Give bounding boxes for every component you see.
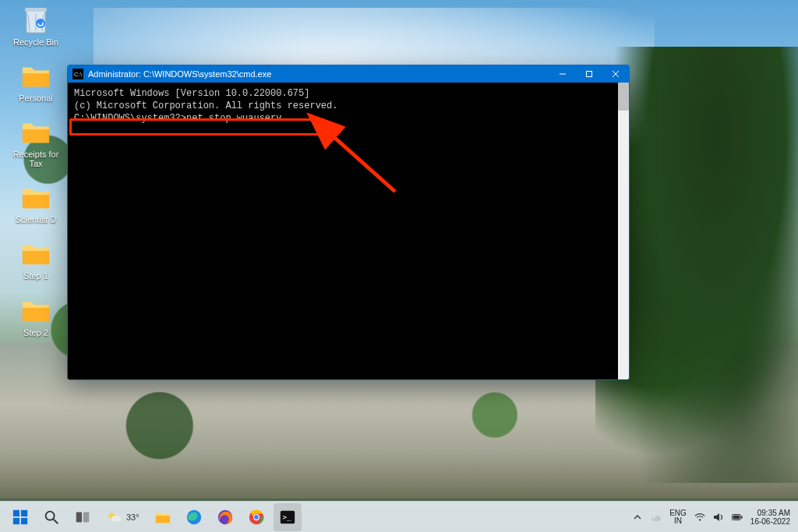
- desktop-icon-step2[interactable]: Step 2: [9, 295, 62, 337]
- svg-rect-23: [155, 516, 169, 523]
- cmd-scrollbar[interactable]: [618, 83, 629, 379]
- system-tray: ENG IN 09:35 AM 16-06-2022: [632, 509, 798, 526]
- folder-icon: [20, 295, 51, 326]
- language-top: ENG: [669, 509, 687, 517]
- desktop-icon-label: Step 2: [23, 328, 48, 337]
- wifi-icon[interactable]: [694, 512, 705, 523]
- cmd-scroll-thumb[interactable]: [618, 83, 629, 111]
- chrome-button[interactable]: [242, 503, 270, 531]
- cmd-body[interactable]: Microsoft Windows [Version 10.0.22000.67…: [68, 83, 629, 379]
- cmd-prompt-line: C:\WINDOWS\system32>net stop wuauserv: [74, 112, 623, 125]
- cmd-title: Administrator: C:\WINDOWS\system32\cmd.e…: [88, 69, 549, 79]
- svg-rect-36: [733, 515, 740, 519]
- svg-rect-3: [23, 73, 49, 86]
- firefox-button[interactable]: [211, 503, 239, 531]
- search-button[interactable]: [37, 503, 65, 531]
- clock-time: 09:35 AM: [750, 509, 790, 517]
- svg-rect-1: [25, 8, 47, 12]
- folder-icon: [20, 182, 51, 213]
- svg-rect-16: [21, 517, 27, 523]
- desktop-icon-step1[interactable]: Step 1: [9, 238, 62, 280]
- weather-temp: 33°: [126, 513, 139, 522]
- svg-rect-14: [21, 509, 27, 516]
- svg-rect-35: [741, 516, 743, 518]
- battery-icon[interactable]: [732, 512, 743, 523]
- desktop-icon-label: Step 1: [23, 271, 48, 280]
- svg-rect-6: [23, 252, 49, 265]
- desktop-icons: Recycle BinPersonalReceipts for TaxScien…: [9, 5, 62, 337]
- maximize-button[interactable]: [576, 65, 602, 83]
- desktop-icon-label: Scientist D: [16, 215, 57, 224]
- svg-rect-9: [587, 72, 592, 77]
- recycle-bin-icon: [20, 5, 51, 36]
- svg-point-28: [254, 515, 259, 520]
- svg-text:>_: >_: [282, 512, 291, 520]
- svg-line-18: [54, 519, 58, 523]
- wallpaper-sun: [666, 90, 767, 191]
- language-bottom: IN: [669, 517, 687, 525]
- weather-widget[interactable]: 33°: [100, 503, 146, 531]
- taskbar-items: 33° >_: [0, 503, 302, 531]
- folder-icon: [20, 238, 51, 270]
- svg-rect-20: [83, 512, 89, 522]
- folder-icon: [20, 61, 51, 92]
- svg-point-22: [111, 516, 121, 521]
- svg-rect-15: [13, 517, 19, 523]
- svg-point-17: [46, 511, 55, 520]
- desktop-icon-receipts[interactable]: Receipts for Tax: [9, 117, 62, 168]
- tray-chevron-icon[interactable]: [632, 512, 643, 523]
- cmd-output-line: (c) Microsoft Corporation. All rights re…: [74, 100, 623, 112]
- desktop-icon-label: Recycle Bin: [13, 37, 58, 47]
- svg-point-33: [699, 519, 701, 520]
- minimize-button[interactable]: [549, 65, 576, 83]
- terminal-button[interactable]: >_: [274, 503, 302, 531]
- desktop-icon-personal[interactable]: Personal: [9, 61, 62, 103]
- desktop-icon-label: Personal: [19, 93, 52, 103]
- volume-icon[interactable]: [713, 512, 724, 523]
- svg-point-2: [36, 19, 45, 28]
- close-button[interactable]: [602, 65, 629, 83]
- edge-button[interactable]: [180, 503, 208, 531]
- cmd-window[interactable]: C:\ Administrator: C:\WINDOWS\system32\c…: [67, 65, 630, 380]
- svg-rect-13: [13, 509, 19, 516]
- svg-point-32: [652, 515, 656, 518]
- start-button[interactable]: [6, 503, 34, 531]
- clock[interactable]: 09:35 AM 16-06-2022: [750, 509, 790, 526]
- file-explorer-button[interactable]: [149, 503, 177, 531]
- cmd-titlebar[interactable]: C:\ Administrator: C:\WINDOWS\system32\c…: [68, 65, 629, 83]
- language-indicator[interactable]: ENG IN: [669, 509, 687, 525]
- svg-rect-7: [23, 308, 49, 321]
- desktop-icon-scientist[interactable]: Scientist D: [9, 182, 62, 224]
- cmd-output-line: Microsoft Windows [Version 10.0.22000.67…: [74, 87, 623, 100]
- desktop-icon-label: Receipts for Tax: [9, 150, 62, 168]
- svg-rect-19: [76, 512, 82, 522]
- taskview-button[interactable]: [69, 503, 97, 531]
- svg-line-12: [330, 133, 395, 192]
- cmd-cursor: [282, 118, 288, 121]
- svg-rect-5: [23, 196, 49, 209]
- clock-date: 16-06-2022: [750, 517, 790, 526]
- desktop-icon-recycle-bin[interactable]: Recycle Bin: [9, 5, 62, 47]
- folder-icon: [20, 117, 51, 148]
- svg-rect-4: [23, 129, 49, 143]
- cmd-icon: C:\: [72, 69, 83, 79]
- onedrive-icon[interactable]: [651, 512, 662, 523]
- taskbar: 33° >_ ENG IN: [0, 501, 798, 532]
